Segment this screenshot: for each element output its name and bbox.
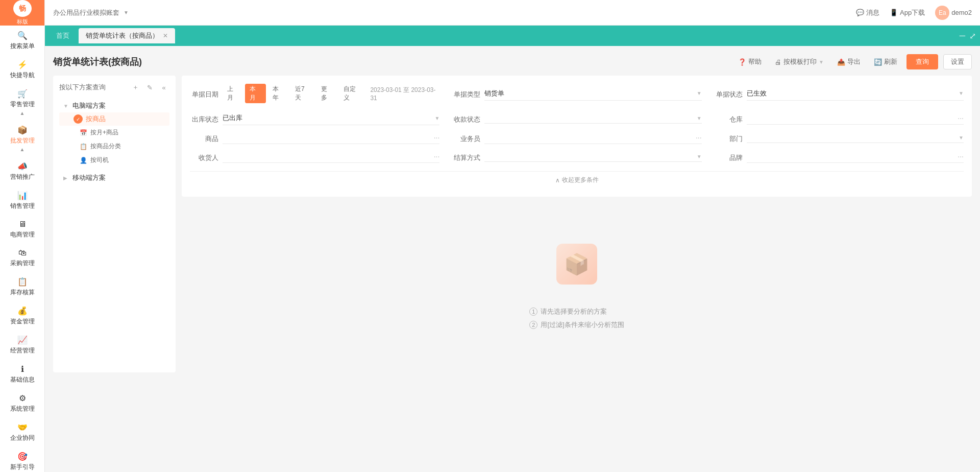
sidebar-icon-0: 🔍: [17, 31, 28, 40]
panel-actions: ＋ ✎ «: [130, 82, 169, 93]
filter-goods-control[interactable]: ···: [223, 133, 439, 144]
message-btn[interactable]: 💬 消息: [856, 8, 879, 17]
export-btn[interactable]: 📤 导出: [833, 55, 865, 68]
sidebar-item-7[interactable]: 🛍采购管理: [0, 243, 44, 272]
sidebar-label-7: 采购管理: [10, 259, 35, 268]
filter-stock-arrow-icon: ▼: [434, 115, 439, 121]
filter-date-item: 单据日期 上月本月本年近7天更多自定义 2023-03-01 至 2023-03…: [190, 84, 439, 105]
date-tag-上月[interactable]: 上月: [223, 84, 243, 103]
print-dropdown-icon[interactable]: ▼: [819, 59, 824, 65]
sidebar-label-0: 搜索菜单: [10, 42, 35, 51]
panel-header: 按以下方案查询 ＋ ✎ «: [59, 82, 169, 93]
filter-status-arrow-icon: ▼: [959, 90, 964, 96]
filter-stock-label: 出库状态: [190, 115, 218, 124]
filter-warehouse-dots-icon[interactable]: ···: [958, 114, 964, 122]
tab-close-icon[interactable]: ✕: [163, 32, 168, 39]
filter-brand-control[interactable]: ···: [747, 152, 964, 163]
date-tag-近7天[interactable]: 近7天: [290, 84, 314, 103]
add-scheme-btn[interactable]: ＋: [130, 82, 141, 93]
filter-goods-item: 商品 ···: [190, 133, 439, 144]
filter-date-control: 上月本月本年近7天更多自定义 2023-03-01 至 2023-03-31: [223, 84, 439, 105]
sidebar-item-5[interactable]: 📊销售管理: [0, 185, 44, 215]
tab-sales-stats-label: 销货单统计表（按商品）: [86, 31, 159, 40]
filter-dept-control[interactable]: ▼: [747, 135, 964, 143]
sidebar-item-14[interactable]: 🎯新手引导: [0, 446, 44, 472]
tree-item-by-month-goods[interactable]: 📅 按月+商品: [59, 126, 169, 139]
date-tag-更多[interactable]: 更多: [316, 84, 337, 103]
sidebar-label-12: 系统管理: [10, 405, 35, 413]
sidebar-label-8: 库存核算: [10, 288, 35, 297]
sidebar-item-8[interactable]: 📋库存核算: [0, 272, 44, 301]
filter-stock-item: 出库状态 已出库 ▼: [190, 113, 439, 125]
sidebar-item-2[interactable]: 🛒零售管理▲: [0, 84, 44, 120]
filter-type-label: 单据类型: [452, 90, 480, 99]
tab-minimize-icon[interactable]: ─: [960, 31, 965, 40]
filter-goods-dots-icon[interactable]: ···: [434, 133, 440, 141]
refresh-btn[interactable]: 🔄 刷新: [870, 55, 901, 68]
date-tag-本年[interactable]: 本年: [268, 84, 288, 103]
sidebar-icon-10: 📈: [17, 335, 28, 345]
user-avatar-area[interactable]: Ea demo2: [935, 6, 972, 20]
sidebar-item-6[interactable]: 🖥电商管理: [0, 215, 44, 243]
tip-text-2: 用[过滤]条件来缩小分析范围: [541, 318, 624, 332]
filter-stock-control[interactable]: 已出库 ▼: [223, 113, 439, 125]
sidebar-label-6: 电商管理: [10, 230, 35, 239]
sidebar-icon-5: 📊: [17, 191, 28, 200]
date-tag-自定义[interactable]: 自定义: [339, 84, 365, 103]
sidebar-item-11[interactable]: ℹ基础信息: [0, 359, 44, 388]
print-btn[interactable]: 🖨 按模板打印 ▼: [771, 55, 828, 68]
sidebar-item-9[interactable]: 💰资金管理: [0, 301, 44, 330]
header-dropdown-icon[interactable]: ▼: [124, 10, 129, 15]
filter-receiver-control[interactable]: ···: [223, 152, 439, 163]
collapse-panel-btn[interactable]: «: [158, 82, 169, 93]
filter-brand-item: 品牌 ···: [714, 152, 964, 163]
filter-pay-control[interactable]: ▼: [484, 115, 701, 124]
app-download-btn[interactable]: 📱 App下载: [890, 8, 925, 17]
filter-status-value: 已生效: [747, 89, 959, 98]
filter-payment-control[interactable]: ▼: [484, 154, 701, 162]
app-logo[interactable]: 畅 标版: [0, 0, 44, 26]
sidebar-item-13[interactable]: 🤝企业协同: [0, 417, 44, 446]
filter-staff-dots-icon[interactable]: ···: [696, 133, 702, 141]
collapse-bar[interactable]: ∧ 收起更多条件: [190, 171, 964, 188]
tree-item-by-driver[interactable]: 👤 按司机: [59, 153, 169, 167]
filter-type-control[interactable]: 销货单 ▼: [484, 89, 701, 101]
sidebar-item-1[interactable]: ⚡快捷导航: [0, 55, 44, 84]
filter-brand-dots-icon[interactable]: ···: [958, 152, 964, 160]
empty-illustration: [556, 244, 597, 285]
settings-btn[interactable]: 设置: [943, 54, 972, 69]
filter-staff-control[interactable]: ···: [484, 133, 701, 144]
date-tag-本月[interactable]: 本月: [245, 84, 265, 103]
tab-expand-icon[interactable]: ⤢: [969, 31, 976, 41]
filter-status-item: 单据状态 已生效 ▼: [714, 89, 964, 101]
filter-receiver-label: 收货人: [190, 153, 218, 162]
tree-item-by-goods[interactable]: ✓ 按商品: [59, 112, 169, 126]
tree-group-mobile[interactable]: ▶ 移动端方案: [59, 171, 169, 184]
filter-receiver-dots-icon[interactable]: ···: [434, 152, 440, 160]
query-btn[interactable]: 查询: [906, 54, 938, 69]
tree-item-by-goods-category[interactable]: 📋 按商品分类: [59, 139, 169, 153]
page-title: 销货单统计表(按商品): [53, 56, 142, 68]
empty-tip-1: 1 请先选择要分析的方案: [529, 305, 624, 318]
sidebar-item-12[interactable]: ⚙系统管理: [0, 388, 44, 417]
edit-scheme-btn[interactable]: ✎: [144, 82, 155, 93]
filter-receiver-item: 收货人 ···: [190, 152, 439, 163]
tree-group-desktop[interactable]: ▼ 电脑端方案: [59, 99, 169, 112]
sub-icon-person: 👤: [80, 157, 87, 164]
tab-sales-stats[interactable]: 销货单统计表（按商品） ✕: [79, 28, 175, 43]
tab-home[interactable]: 首页: [49, 28, 77, 43]
filter-warehouse-control[interactable]: ···: [747, 114, 964, 125]
filter-status-control[interactable]: 已生效 ▼: [747, 89, 964, 101]
sidebar-item-4[interactable]: 📣营销推广: [0, 156, 44, 185]
filter-date-label: 单据日期: [190, 90, 218, 99]
help-btn[interactable]: ❓ 帮助: [734, 55, 766, 68]
sidebar-item-10[interactable]: 📈经营管理: [0, 330, 44, 359]
sidebar-icon-7: 🛍: [18, 248, 27, 257]
left-panel: 按以下方案查询 ＋ ✎ « ▼ 电脑端方案: [53, 76, 176, 372]
tab-home-label: 首页: [56, 31, 69, 40]
filter-type-item: 单据类型 销货单 ▼: [452, 89, 701, 101]
sidebar-icon-14: 🎯: [17, 452, 28, 461]
tree-item-by-goods-label: 按商品: [86, 114, 106, 124]
sidebar-item-0[interactable]: 🔍搜索菜单: [0, 26, 44, 55]
sidebar-item-3[interactable]: 📦批发管理▲: [0, 120, 44, 156]
